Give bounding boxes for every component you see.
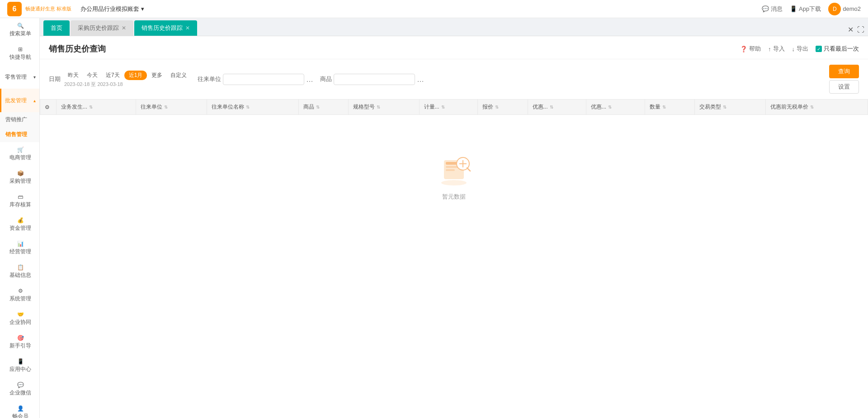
- goods-input[interactable]: [334, 74, 415, 85]
- import-icon: ↑: [768, 46, 771, 52]
- col-settings: ⚙: [40, 100, 57, 115]
- column-settings-icon[interactable]: ⚙: [45, 104, 50, 110]
- date-btn-today[interactable]: 今天: [83, 71, 101, 80]
- sidebar-item-apps[interactable]: 📱 应用中心: [0, 354, 39, 377]
- view-last-checkbox[interactable]: ✓: [816, 46, 822, 52]
- col-discount1-label: 优惠...: [533, 103, 548, 111]
- sidebar-item-wholesale[interactable]: 批发管理 ▴: [0, 89, 39, 112]
- col-biz-date[interactable]: 业务发生... ⇅: [57, 100, 136, 115]
- app-logo: 6: [7, 2, 22, 16]
- partner-dots-button[interactable]: ...: [306, 75, 313, 83]
- sidebar-item-search[interactable]: 🔍 搜索菜单: [0, 18, 39, 42]
- col-quantity[interactable]: 数量 ⇅: [645, 100, 694, 115]
- import-button[interactable]: ↑ 导入: [768, 45, 785, 53]
- maximize-icon[interactable]: ⛶: [857, 26, 864, 34]
- date-btn-1month[interactable]: 近1月: [124, 71, 147, 80]
- col-unit[interactable]: 计量... ⇅: [419, 100, 478, 115]
- sidebar-sub-item-sales[interactable]: 销售管理: [0, 127, 39, 142]
- col-goods[interactable]: 商品 ⇅: [298, 100, 348, 115]
- account-selector[interactable]: 办公用品行业模拟账套 ▾: [80, 5, 144, 13]
- purchase-icon: 📦: [17, 170, 24, 176]
- content-area: 销售历史价查询 ❓ 帮助 ↑ 导入 ↓ 导出 ✓: [40, 36, 868, 418]
- sort-icon-spec: ⇅: [377, 104, 380, 109]
- sort-icon-quote: ⇅: [495, 104, 499, 109]
- col-discount2[interactable]: 优惠... ⇅: [586, 100, 645, 115]
- sort-icon-trade-type: ⇅: [723, 104, 726, 109]
- sort-icon-goods: ⇅: [316, 104, 320, 109]
- avatar: D: [828, 3, 841, 15]
- partner-input[interactable]: [223, 74, 304, 85]
- sidebar-item-purchase[interactable]: 📦 采购管理: [0, 166, 39, 189]
- partner-label: 往来单位: [198, 75, 221, 83]
- system-icon: ⚙: [18, 288, 23, 294]
- svg-rect-3: [446, 166, 458, 168]
- col-partner-name[interactable]: 往来单位名称 ⇅: [207, 100, 298, 115]
- goods-dots-button[interactable]: ...: [417, 75, 424, 83]
- tab-sales-history[interactable]: 销售历史价跟踪 ✕: [134, 20, 197, 36]
- sidebar: 🔍 搜索菜单 ⊞ 快捷导航 零售管理 ▾ 批发管理 ▴ 营销推广 销售管理 🛒 …: [0, 18, 40, 418]
- tab-purchase-history[interactable]: 采购历史价跟踪 ✕: [71, 20, 133, 36]
- svg-rect-4: [446, 169, 455, 171]
- date-btn-more[interactable]: 更多: [148, 71, 166, 80]
- view-last-checkbox-area[interactable]: ✓ 只看最后一次: [816, 45, 859, 53]
- sidebar-item-retail[interactable]: 零售管理 ▾: [0, 65, 39, 89]
- sidebar-item-operations[interactable]: 📊 经营管理: [0, 236, 39, 260]
- sidebar-sub-item-marketing[interactable]: 营销推广: [0, 112, 39, 127]
- sort-icon-discount1: ⇅: [550, 104, 553, 109]
- user-profile[interactable]: D demo2: [828, 3, 861, 15]
- col-partner-code[interactable]: 往来单位 ⇅: [136, 100, 207, 115]
- dropdown-arrow-icon: ▾: [141, 5, 144, 12]
- user-name: demo2: [843, 5, 861, 12]
- table-header-row: ⚙ 业务发生... ⇅ 往来单位: [40, 100, 868, 115]
- help-button[interactable]: ❓ 帮助: [740, 45, 761, 53]
- finance-icon: 💰: [17, 217, 24, 223]
- sidebar-item-system[interactable]: ⚙ 系统管理: [0, 283, 39, 307]
- tab-purchase-close-icon[interactable]: ✕: [122, 25, 126, 31]
- sidebar-item-finance[interactable]: 💰 资金管理: [0, 213, 39, 236]
- app-download-button[interactable]: 📱 App下载: [790, 5, 821, 13]
- sidebar-label-search: 搜索菜单: [9, 30, 31, 38]
- col-quote[interactable]: 报价 ⇅: [478, 100, 528, 115]
- goods-label: 商品: [320, 75, 332, 83]
- message-button[interactable]: 💬 消息: [762, 5, 783, 13]
- sidebar-label-marketing: 营销推广: [5, 116, 27, 123]
- tab-home-label: 首页: [51, 24, 62, 32]
- tab-home[interactable]: 首页: [43, 20, 70, 36]
- sidebar-item-newbie[interactable]: 🎯 新手引导: [0, 330, 39, 354]
- settings-button[interactable]: 设置: [829, 80, 859, 94]
- tab-sales-close-icon[interactable]: ✕: [185, 25, 190, 31]
- sidebar-label-wholesale: 批发管理: [5, 97, 27, 104]
- grid-icon: ⊞: [18, 46, 23, 52]
- date-shortcuts: 昨天 今天 近7天 近1月 更多 自定义: [64, 71, 190, 80]
- sidebar-item-ecommerce[interactable]: 🛒 电商管理: [0, 142, 39, 166]
- sidebar-label-ecommerce: 电商管理: [9, 154, 31, 162]
- sidebar-item-member[interactable]: 👤 畅会员: [0, 401, 39, 418]
- sidebar-item-inventory[interactable]: 🗃 库存核算: [0, 189, 39, 213]
- sidebar-item-enterprise[interactable]: 🤝 企业协同: [0, 307, 39, 330]
- sidebar-label-newbie: 新手引导: [9, 342, 31, 350]
- sidebar-item-wechat[interactable]: 💬 企业微信: [0, 377, 39, 401]
- sort-icon-quantity: ⇅: [662, 104, 666, 109]
- partner-filter-group: 往来单位 ...: [198, 74, 313, 85]
- col-discount1[interactable]: 优惠... ⇅: [528, 100, 586, 115]
- export-button[interactable]: ↓ 导出: [792, 45, 809, 53]
- col-pretax-price[interactable]: 优惠前无税单价 ⇅: [765, 100, 868, 115]
- date-btn-custom[interactable]: 自定义: [167, 71, 190, 80]
- sidebar-item-basic[interactable]: 📋 基础信息: [0, 260, 39, 283]
- query-button[interactable]: 查询: [829, 65, 859, 78]
- date-btn-7days[interactable]: 近7天: [102, 71, 123, 80]
- data-table: ⚙ 业务发生... ⇅ 往来单位: [40, 99, 868, 115]
- col-spec[interactable]: 规格型号 ⇅: [349, 100, 420, 115]
- empty-state: 暂元数据: [40, 115, 868, 237]
- sort-icon-partner-name: ⇅: [246, 104, 250, 109]
- sidebar-label-sales: 销售管理: [5, 131, 27, 138]
- col-quote-label: 报价: [482, 103, 493, 111]
- sidebar-item-quick-nav[interactable]: ⊞ 快捷导航: [0, 42, 39, 65]
- col-trade-type[interactable]: 交易类型 ⇅: [694, 100, 765, 115]
- app-download-label: App下载: [799, 5, 821, 13]
- basic-icon: 📋: [17, 264, 24, 271]
- date-btn-yesterday[interactable]: 昨天: [64, 71, 82, 80]
- close-tab-icon[interactable]: ✕: [848, 25, 854, 34]
- col-unit-label: 计量...: [424, 103, 439, 111]
- sidebar-label-retail: 零售管理: [5, 73, 27, 81]
